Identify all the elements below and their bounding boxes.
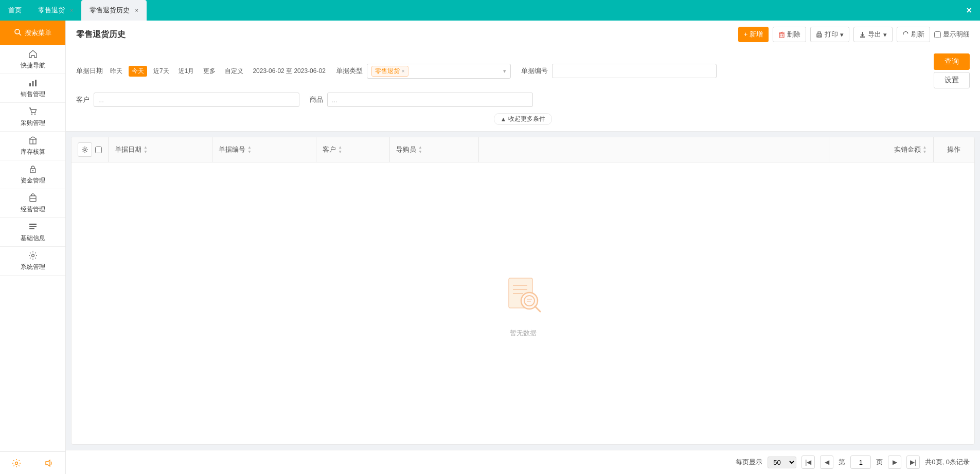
- print-button[interactable]: 打印 ▾: [810, 27, 849, 42]
- sidebar-item-inventory-label: 库存核算: [21, 148, 45, 156]
- delete-button[interactable]: 删除: [773, 27, 806, 42]
- date-filter-item: 单据日期 昨天 今天 近7天 近1月 更多 自定义 2023-06-02 至 2…: [76, 66, 326, 77]
- date-option-7days[interactable]: 近7天: [150, 66, 172, 77]
- table-header: 单据日期 ▲ ▼ 单据编号: [72, 137, 974, 162]
- settings-icon: [28, 250, 38, 261]
- print-dropdown-icon[interactable]: ▾: [840, 31, 844, 39]
- sidebar-item-purchase[interactable]: 采购管理: [0, 103, 65, 132]
- date-option-today[interactable]: 今天: [129, 66, 147, 77]
- sidebar-item-baseinfo[interactable]: 基础信息: [0, 218, 65, 247]
- tab-home[interactable]: 首页: [0, 0, 30, 21]
- window-close-icon[interactable]: ×: [966, 5, 972, 16]
- svg-rect-26: [818, 35, 821, 37]
- th-number-sortable[interactable]: 单据编号 ▲ ▼: [219, 145, 310, 154]
- select-all-checkbox[interactable]: [95, 147, 102, 153]
- search-menu-button[interactable]: 搜索菜单: [0, 21, 65, 45]
- sidebar-item-finance[interactable]: 资金管理: [0, 160, 65, 189]
- collapse-button-label: 收起更多条件: [508, 115, 545, 123]
- page-header: 零售退货历史 + 新增 删除 打印 ▾ 导出 ▾: [66, 21, 980, 132]
- sidebar-item-quicknav[interactable]: 快捷导航: [0, 45, 65, 74]
- amount-sort-icon: ▲ ▼: [923, 145, 927, 154]
- refresh-button[interactable]: 刷新: [897, 27, 930, 42]
- svg-rect-13: [29, 224, 37, 225]
- display-detail-checkbox[interactable]: 显示明细: [934, 30, 970, 39]
- svg-line-34: [535, 306, 540, 312]
- table-settings-button[interactable]: [78, 142, 92, 157]
- display-detail-label: 显示明细: [943, 30, 970, 39]
- main-layout: 搜索菜单 快捷导航 销售管理 采购管理 库存核算: [0, 21, 980, 474]
- sidebar-item-sysmanage[interactable]: 系统管理: [0, 247, 65, 276]
- next-page-button[interactable]: ▶: [888, 455, 901, 469]
- page-number-input[interactable]: [850, 455, 871, 469]
- search-icon: [14, 29, 22, 38]
- th-customer-sortable[interactable]: 客户 ▲ ▼: [323, 145, 383, 154]
- page-text-before: 第: [839, 458, 845, 467]
- goods-input[interactable]: [327, 93, 533, 107]
- filter-row-1: 单据日期 昨天 今天 近7天 近1月 更多 自定义 2023-06-02 至 2…: [76, 53, 970, 88]
- sidebar-volume-button[interactable]: [33, 452, 66, 474]
- date-option-1month[interactable]: 近1月: [175, 66, 198, 77]
- home-icon: [28, 49, 38, 59]
- sidebar-item-sales[interactable]: 销售管理: [0, 74, 65, 103]
- svg-point-16: [31, 254, 34, 257]
- cart-icon: [28, 106, 38, 117]
- box-icon: [28, 135, 38, 145]
- setting-button[interactable]: 设置: [934, 72, 970, 88]
- th-guide-sortable[interactable]: 导购员 ▲ ▼: [396, 145, 472, 154]
- info-icon: [28, 222, 38, 232]
- svg-rect-15: [29, 228, 34, 229]
- tab-retail-return-history[interactable]: 零售退货历史 ×: [81, 0, 146, 21]
- sidebar-gear-button[interactable]: [0, 452, 33, 474]
- refresh-button-label: 刷新: [911, 30, 924, 39]
- tab-retail-return-history-label: 零售退货历史: [90, 6, 130, 15]
- last-page-button[interactable]: ▶|: [906, 455, 920, 469]
- export-button[interactable]: 导出 ▾: [853, 27, 893, 42]
- date-option-more[interactable]: 更多: [200, 66, 219, 77]
- prev-page-button[interactable]: ◀: [820, 455, 833, 469]
- tab-retail-return[interactable]: 零售退货 ×: [30, 0, 81, 21]
- svg-rect-19: [779, 33, 784, 38]
- customer-input[interactable]: [94, 93, 299, 107]
- pagination-footer: 每页显示 50 20 100 |◀ ◀ 第 页 ▶ ▶| 共0页, 0条记录: [66, 450, 980, 474]
- sidebar-item-quicknav-label: 快捷导航: [21, 61, 45, 70]
- tab-retail-return-close[interactable]: ×: [70, 7, 73, 13]
- first-page-button[interactable]: |◀: [801, 455, 815, 469]
- customer-filter-label: 客户: [76, 95, 90, 104]
- empty-text: 暂无数据: [510, 329, 537, 338]
- svg-rect-3: [32, 81, 33, 86]
- collapse-button[interactable]: ▲ 收起更多条件: [494, 113, 553, 125]
- query-button[interactable]: 查询: [934, 53, 970, 70]
- customer-filter-item: 客户: [76, 93, 299, 107]
- th-date-sortable[interactable]: 单据日期 ▲ ▼: [115, 145, 206, 154]
- type-selector[interactable]: 零售退货 × ▾: [367, 64, 511, 79]
- top-bar: 首页 零售退货 × 零售退货历史 × ×: [0, 0, 980, 21]
- date-option-custom[interactable]: 自定义: [222, 66, 246, 77]
- th-select: [72, 137, 109, 162]
- collapse-up-icon: ▲: [501, 116, 507, 123]
- date-filter-options: 昨天 今天 近7天 近1月 更多 自定义: [107, 66, 246, 77]
- per-page-select[interactable]: 50 20 100: [768, 457, 796, 468]
- th-amount-label: 实销金额: [894, 145, 921, 154]
- new-button[interactable]: + 新增: [738, 27, 769, 42]
- display-detail-input[interactable]: [934, 31, 941, 38]
- export-dropdown-icon[interactable]: ▾: [883, 31, 887, 39]
- svg-marker-18: [46, 460, 50, 466]
- sidebar-item-business-label: 经营管理: [21, 205, 45, 214]
- sidebar-item-inventory[interactable]: 库存核算: [0, 132, 65, 160]
- type-filter-label: 单据类型: [336, 66, 363, 76]
- type-tag-retail: 零售退货 ×: [371, 66, 408, 77]
- date-option-yesterday[interactable]: 昨天: [107, 66, 126, 77]
- th-spacer: [478, 137, 829, 162]
- table-container: 单据日期 ▲ ▼ 单据编号: [71, 137, 975, 445]
- th-amount-sortable[interactable]: 实销金额 ▲ ▼: [835, 145, 926, 154]
- tab-retail-return-history-close[interactable]: ×: [135, 7, 138, 13]
- filter-area: 单据日期 昨天 今天 近7天 近1月 更多 自定义 2023-06-02 至 2…: [76, 48, 970, 131]
- sidebar-item-business[interactable]: 经营管理: [0, 189, 65, 218]
- th-guide-label: 导购员: [396, 145, 416, 154]
- data-table: 单据日期 ▲ ▼ 单据编号: [72, 137, 974, 162]
- type-tag-close[interactable]: ×: [402, 68, 405, 74]
- sidebar-item-sales-label: 销售管理: [21, 90, 45, 99]
- voucher-input[interactable]: [552, 64, 717, 78]
- th-number-label: 单据编号: [219, 145, 245, 154]
- empty-state: 暂无数据: [72, 162, 974, 444]
